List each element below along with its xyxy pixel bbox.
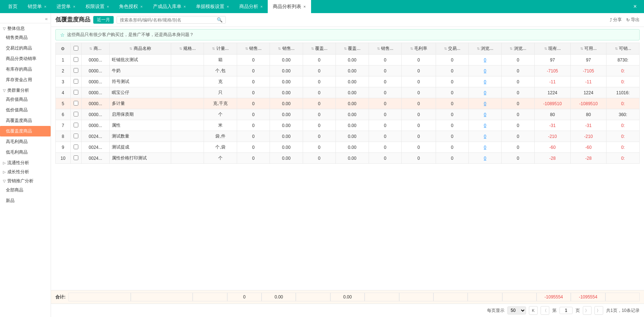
sidebar-collapse-button[interactable]: «	[45, 16, 48, 21]
sidebar-item-sales-goods[interactable]: 销售类商品	[0, 32, 51, 43]
row-checkbox-input[interactable]	[74, 123, 78, 127]
stock2-col-header[interactable]: ⇅ 可用...	[570, 43, 606, 55]
row-browse1[interactable]: 0	[468, 109, 501, 120]
close-icon[interactable]: ×	[107, 4, 109, 9]
unit-col-header[interactable]: ⇅ 计量...	[204, 43, 237, 55]
row-checkbox-input[interactable]	[74, 134, 78, 138]
share-button[interactable]: ⤴ 分享	[610, 17, 622, 23]
sidebar-item-inventory-capital[interactable]: 库存资金占用	[0, 75, 51, 85]
row-checkbox-input[interactable]	[74, 144, 78, 149]
trans-col-header[interactable]: ⇅ 交易...	[436, 43, 468, 55]
row-checkbox-input[interactable]	[74, 101, 78, 106]
page-number-input[interactable]	[559, 307, 573, 314]
sidebar-section-overall[interactable]: ▽ 整体信息	[0, 23, 51, 32]
close-icon[interactable]: ×	[140, 4, 142, 9]
prev-page-button[interactable]: 〈	[541, 306, 549, 315]
sidebar-item-stocked-goods[interactable]: 有库存的商品	[0, 64, 51, 75]
code-col-header[interactable]: ⇅ 商...	[81, 43, 109, 55]
row-unit: 袋,件	[204, 131, 237, 142]
row-checkbox[interactable]	[70, 66, 81, 76]
sidebar-item-high-coverage[interactable]: 高覆盖度商品	[0, 115, 51, 126]
sidebar-item-low-margin[interactable]: 低毛利商品	[0, 147, 51, 158]
row-browse1[interactable]: 0	[468, 55, 501, 66]
row-browse1[interactable]: 0	[468, 76, 501, 87]
row-checkbox[interactable]	[70, 76, 81, 87]
row-checkbox[interactable]	[70, 98, 81, 109]
row-checkbox[interactable]	[70, 153, 81, 164]
nav-templates[interactable]: 单据模板设置 ×	[191, 0, 234, 13]
last-page-button[interactable]: 〉	[594, 306, 603, 315]
settings-col-header[interactable]: ⚙	[56, 43, 71, 55]
search-icon[interactable]: 🔍	[217, 17, 223, 23]
row-stock3: 0:	[606, 153, 640, 164]
close-icon[interactable]: ×	[44, 4, 46, 9]
browse2-col-header[interactable]: ⇅ 浏览...	[502, 43, 534, 55]
row-checkbox-input[interactable]	[74, 68, 78, 73]
stock1-col-header[interactable]: ⇅ 现有...	[534, 43, 570, 55]
nav-home[interactable]: 首页	[3, 0, 23, 13]
sidebar-item-all-goods[interactable]: 全部商品	[0, 185, 51, 195]
sales-amt-col-header[interactable]: ⇅ 销售...	[270, 43, 303, 55]
row-browse1[interactable]: 0	[468, 98, 501, 109]
row-checkbox[interactable]	[70, 87, 81, 98]
cover2-col-header[interactable]: ⇅ 覆盖...	[336, 43, 369, 55]
row-browse1[interactable]: 0	[468, 66, 501, 76]
nav-permissions[interactable]: 权限设置 ×	[80, 0, 114, 13]
nav-sales[interactable]: 销货单 ×	[23, 0, 51, 13]
gross-col-header[interactable]: ⇅ 毛利率	[401, 43, 436, 55]
sidebar-section-liquidity[interactable]: ▷ 流通性分析	[0, 158, 51, 167]
sidebar-item-new-goods[interactable]: 新品	[0, 195, 51, 206]
sidebar-item-category-turnover[interactable]: 商品分类动销率	[0, 54, 51, 64]
row-checkbox-input[interactable]	[74, 155, 78, 160]
time-filter-button[interactable]: 近一月	[93, 16, 114, 24]
row-browse1[interactable]: 0	[468, 87, 501, 98]
close-icon[interactable]: ×	[260, 4, 263, 9]
row-checkbox-input[interactable]	[74, 112, 78, 116]
sales-qty-col-header[interactable]: ⇅ 销售...	[237, 43, 270, 55]
first-page-button[interactable]: K	[529, 306, 538, 315]
next-page-button[interactable]: 〉	[583, 306, 592, 315]
sidebar-item-high-value[interactable]: 高价值商品	[0, 94, 51, 105]
select-all-checkbox[interactable]	[74, 46, 78, 51]
name-col-header[interactable]: ⇅ 商品名称	[109, 43, 171, 55]
sidebar-item-low-coverage[interactable]: 低覆盖度商品	[0, 126, 51, 136]
row-checkbox[interactable]	[70, 142, 81, 153]
sidebar-item-traded-goods[interactable]: 交易过的商品	[0, 43, 51, 54]
row-checkbox-input[interactable]	[74, 57, 78, 62]
row-browse1[interactable]: 0	[468, 120, 501, 131]
sales3-col-header[interactable]: ⇅ 销售...	[369, 43, 401, 55]
nav-roles[interactable]: 角色授权 ×	[114, 0, 148, 13]
sidebar-section-group-analysis[interactable]: ▽ 类群量分析	[0, 85, 51, 94]
sidebar-section-marketing[interactable]: ▽ 营销推广分析	[0, 176, 51, 185]
row-browse1[interactable]: 0	[468, 131, 501, 142]
row-checkbox[interactable]	[70, 131, 81, 142]
row-cover1: 0	[303, 142, 335, 153]
sidebar-section-growth[interactable]: ▷ 成长性分析	[0, 167, 51, 176]
browse1-col-header[interactable]: ⇅ 浏览...	[468, 43, 501, 55]
row-checkbox[interactable]	[70, 109, 81, 120]
search-input[interactable]	[120, 17, 217, 23]
nav-products[interactable]: 产成品入库单 ×	[148, 0, 191, 13]
row-checkbox-input[interactable]	[74, 79, 78, 84]
close-icon[interactable]: ×	[227, 4, 229, 9]
row-browse1[interactable]: 0	[468, 153, 501, 164]
nav-purchase[interactable]: 进货单 ×	[51, 0, 80, 13]
sidebar-item-low-value[interactable]: 低价值商品	[0, 105, 51, 115]
row-checkbox[interactable]	[70, 55, 81, 66]
export-button[interactable]: ↻ 导出	[626, 17, 640, 23]
close-icon[interactable]: ×	[73, 4, 75, 9]
row-checkbox-input[interactable]	[74, 90, 78, 95]
row-checkbox[interactable]	[70, 120, 81, 131]
nav-product-analysis[interactable]: 商品分析 ×	[234, 0, 268, 13]
close-icon[interactable]: ×	[184, 4, 186, 9]
spec-col-header[interactable]: ⇅ 规格...	[171, 43, 204, 55]
window-close-button[interactable]: ×	[629, 3, 641, 10]
stock3-col-header[interactable]: ⇅ 可销...	[606, 43, 640, 55]
checkbox-col-header[interactable]	[70, 43, 81, 55]
cover1-col-header[interactable]: ⇅ 覆盖...	[303, 43, 335, 55]
page-size-select[interactable]: 50 20 100	[507, 306, 526, 314]
close-icon[interactable]: ×	[303, 4, 306, 9]
sidebar-item-high-margin[interactable]: 高毛利商品	[0, 136, 51, 147]
row-browse1[interactable]: 0	[468, 142, 501, 153]
nav-product-analysis-list[interactable]: 商品分析列表 ×	[268, 0, 311, 13]
